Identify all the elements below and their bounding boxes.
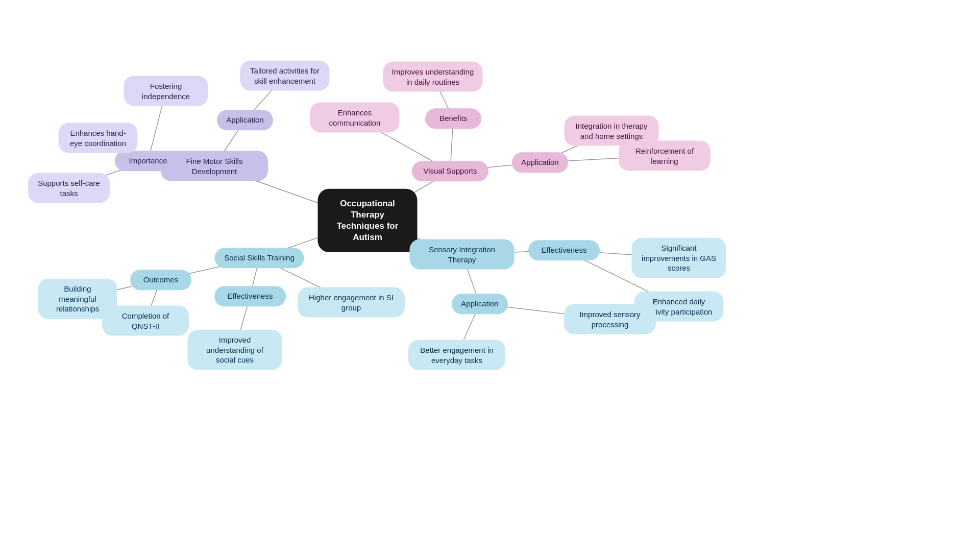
node-importance: Importance <box>115 151 181 171</box>
node-significant-gas: Significant improvements in GAS scores <box>632 238 726 278</box>
node-completion-qnst: Completion of QNST-II <box>102 306 189 336</box>
mind-map: Occupational Therapy Techniques for Auti… <box>0 0 980 553</box>
node-visual-supports: Visual Supports <box>412 161 488 181</box>
node-application-fms: Application <box>217 110 273 130</box>
node-effectiveness-sit: Effectiveness <box>528 240 600 260</box>
node-higher-engagement: Higher engagement in SI group <box>298 287 405 318</box>
node-benefits: Benefits <box>425 108 481 129</box>
node-application-vs: Application <box>512 152 568 173</box>
node-improved-sensory: Improved sensory processing <box>564 304 656 334</box>
node-enhances-hand-eye: Enhances hand-eye coordination <box>59 123 138 153</box>
node-social-skills: Social Skills Training <box>215 248 304 268</box>
node-improved-social-cues: Improved understanding of social cues <box>188 330 282 370</box>
node-fostering-independence: Fostering independence <box>124 76 208 106</box>
node-supports-self-care: Supports self-care tasks <box>28 173 110 203</box>
node-sensory-integration: Sensory Integration Therapy <box>410 239 514 270</box>
node-reinforcement-learning: Reinforcement of learning <box>619 141 710 171</box>
node-effectiveness-ss: Effectiveness <box>214 286 286 306</box>
node-better-engagement: Better engagement in everyday tasks <box>408 340 505 370</box>
node-improves-understanding: Improves understanding in daily routines <box>383 62 483 92</box>
node-outcomes: Outcomes <box>130 270 191 290</box>
node-center: Occupational Therapy Techniques for Auti… <box>318 189 418 252</box>
node-enhances-communication: Enhances communication <box>310 103 400 133</box>
node-application-sit: Application <box>452 294 508 314</box>
node-tailored-activities: Tailored activities for skill enhancemen… <box>240 61 330 91</box>
